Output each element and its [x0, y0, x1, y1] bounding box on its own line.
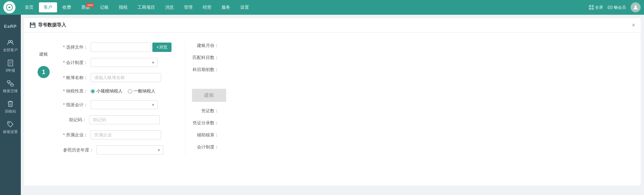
nav-tax[interactable]: 报税: [114, 2, 132, 12]
nav-manage[interactable]: 管理: [179, 2, 197, 12]
history-year-select[interactable]: [96, 145, 163, 154]
match-subject-label: 匹配科目数：: [192, 55, 219, 61]
step-badge: 1: [38, 66, 50, 78]
step-section: 建账 1: [38, 43, 50, 154]
accounting-system-label: * 会计制度：: [63, 60, 88, 66]
import-icon: 💾: [30, 22, 36, 28]
svg-point-6: [635, 5, 637, 7]
nav-home[interactable]: 首页: [20, 2, 38, 12]
ledger-name-label: * 账簿名称：: [63, 75, 88, 81]
ledger-name-row: * 账簿名称：: [63, 73, 171, 82]
file-row: * 选择文件： +浏览: [63, 43, 171, 52]
svg-rect-1: [589, 5, 591, 7]
file-label: * 选择文件：: [63, 44, 88, 50]
ledger-name-input[interactable]: [91, 73, 161, 82]
memo-code-input[interactable]: [89, 115, 160, 124]
accounting-system-select-wrapper: ▼: [91, 58, 158, 67]
nav-items: 首页 客户 收费 票据 new 记账 报税 工商项目 消息 管理 经营 服务 设…: [20, 2, 589, 12]
tax-type-row: * 纳税性质： 小规模纳税人 一般纳税人: [63, 88, 171, 94]
match-subject-row: 匹配科目数：: [192, 55, 265, 61]
nav-service[interactable]: 服务: [217, 2, 235, 12]
subject-initial-row: 科目期初数：: [192, 67, 265, 73]
sidebar: EaRP 全部客户 0申报 账套迁移 回收站: [0, 15, 21, 195]
accounting-system-row: * 会计制度： ▼: [63, 58, 171, 67]
nav-customer[interactable]: 客户: [39, 2, 57, 12]
tax-type-small[interactable]: 小规模纳税人: [91, 88, 122, 94]
month-label: 建账月份：: [192, 43, 219, 49]
form-left: * 选择文件： +浏览 * 会计制度： ▼: [63, 43, 171, 154]
tax-type-radio-group: 小规模纳税人 一般纳税人: [91, 88, 155, 94]
app-logo[interactable]: [3, 1, 15, 13]
file-input[interactable]: [91, 43, 151, 52]
build-btn-container: 建账: [192, 85, 265, 102]
history-year-select-wrapper: ▼: [96, 145, 163, 154]
file-icon: [7, 59, 14, 67]
nav-bookkeeping[interactable]: 记账: [95, 2, 113, 12]
sidebar-item-all-customers[interactable]: 全部客户: [0, 36, 21, 55]
nav-billing[interactable]: 收费: [58, 2, 76, 12]
voucher-entries-label: 凭证分录数：: [192, 120, 219, 126]
form-container: 建账 1 * 选择文件： +浏览: [24, 32, 641, 165]
close-button[interactable]: ×: [632, 22, 635, 28]
tag-icon: [7, 121, 14, 128]
svg-rect-11: [11, 84, 13, 86]
nav-settings[interactable]: 设置: [236, 2, 254, 12]
svg-rect-2: [592, 5, 593, 7]
user-avatar[interactable]: [631, 2, 641, 12]
aux-accounting-row: 辅助核算：: [192, 132, 265, 138]
browse-button[interactable]: +浏览: [152, 43, 172, 52]
assign-accountant-select[interactable]: [91, 100, 158, 109]
subject-initial-label: 科目期初数：: [192, 67, 219, 73]
build-account-button[interactable]: 建账: [192, 89, 226, 102]
tax-type-general[interactable]: 一般纳税人: [128, 88, 155, 94]
memo-code-row: 助记码：: [63, 115, 171, 124]
main-layout: EaRP 全部客户 0申报 账套迁移 回收站: [0, 15, 644, 195]
tax-general-radio[interactable]: [128, 89, 132, 93]
users-icon: [7, 39, 14, 46]
tax-type-label: * 纳税性质：: [63, 88, 88, 94]
history-year-row: 参照历史年度： ▼: [63, 145, 171, 154]
earp-logo: EaRP: [1, 17, 20, 35]
history-year-label: 参照历史年度：: [63, 147, 94, 153]
company-row: * 所属企业：: [63, 130, 171, 139]
assign-accountant-select-wrapper: ▼: [91, 100, 158, 109]
nav-operation[interactable]: 经营: [198, 2, 216, 12]
sidebar-item-recycle[interactable]: 回收站: [0, 97, 21, 117]
nav-business[interactable]: 工商项目: [133, 2, 160, 12]
month-row: 建账月份：: [192, 43, 265, 49]
assign-accountant-label: * 指派会计：: [63, 102, 88, 108]
file-input-group: +浏览: [91, 43, 172, 52]
voucher-count-label: 凭证数：: [192, 108, 219, 114]
nav-right: 全屏 畅会员: [589, 2, 641, 12]
sidebar-item-transfer[interactable]: 账套迁移: [0, 77, 21, 96]
memo-code-label: 助记码：: [63, 117, 87, 123]
voucher-entries-row: 凭证分录数：: [192, 120, 265, 126]
panel-title: 💾 导爷数据导入: [30, 22, 66, 28]
fullscreen-btn[interactable]: 全屏: [589, 5, 603, 10]
import-panel: 💾 导爷数据导入 × 建账 1 * 选择文件：: [24, 18, 641, 186]
main-content: 💾 导爷数据导入 × 建账 1 * 选择文件：: [21, 15, 644, 195]
svg-rect-4: [592, 8, 593, 9]
svg-point-7: [8, 41, 10, 43]
voucher-count-row: 凭证数：: [192, 108, 265, 114]
sidebar-item-tag-settings[interactable]: 标签设置: [0, 118, 21, 137]
member-btn[interactable]: 畅会员: [608, 5, 626, 10]
sidebar-item-zero-report[interactable]: 0申报: [0, 57, 21, 76]
company-input[interactable]: [91, 130, 161, 139]
svg-point-12: [9, 123, 10, 124]
transfer-icon: [7, 80, 14, 87]
company-label: * 所属企业：: [63, 132, 88, 138]
nav-message[interactable]: 消息: [160, 2, 179, 12]
svg-point-8: [10, 41, 12, 43]
top-navigation: 首页 客户 收费 票据 new 记账 报税 工商项目 消息 管理 经营 服务 设…: [0, 0, 644, 15]
step-label: 建账: [39, 51, 48, 57]
right-accounting-system-row: 会计制度：: [192, 144, 265, 150]
panel-header: 💾 导爷数据导入 ×: [24, 18, 641, 32]
trash-icon: [7, 100, 14, 108]
nav-invoice[interactable]: 票据 new: [77, 2, 95, 12]
aux-accounting-label: 辅助核算：: [192, 132, 219, 138]
assign-accountant-row: * 指派会计： ▼: [63, 100, 171, 109]
tax-small-radio[interactable]: [91, 89, 95, 93]
accounting-system-select[interactable]: [91, 58, 158, 67]
form-right: 建账月份： 匹配科目数： 科目期初数： 建账: [185, 43, 265, 154]
